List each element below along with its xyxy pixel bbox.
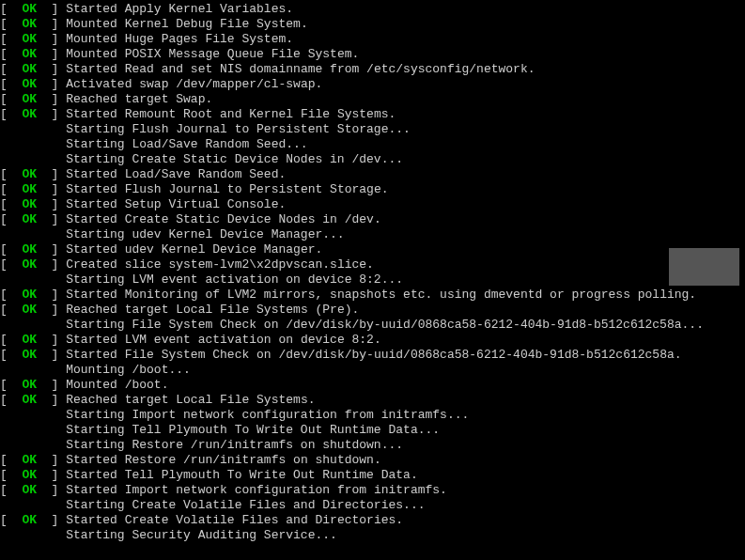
- boot-message: Starting Tell Plymouth To Write Out Runt…: [66, 423, 440, 438]
- bracket-open: [: [0, 77, 22, 92]
- bracket-open: [: [0, 32, 22, 47]
- boot-line: [ OK ] Started File System Check on /dev…: [0, 348, 745, 363]
- bracket-open: [: [0, 257, 22, 272]
- boot-message: Starting Create Static Device Nodes in /…: [66, 152, 403, 167]
- bracket-close: ]: [37, 468, 66, 483]
- status-ok: OK: [22, 483, 37, 498]
- status-ok: OK: [22, 242, 37, 257]
- bracket-open: [: [0, 197, 22, 212]
- boot-message: Started Create Static Device Nodes in /d…: [66, 212, 380, 227]
- boot-message: Mounted Kernel Debug File System.: [66, 17, 307, 32]
- boot-message: Activated swap /dev/mapper/cl-swap.: [66, 77, 322, 92]
- bracket-close: ]: [37, 62, 66, 77]
- indent: [0, 528, 66, 543]
- bracket-close: ]: [37, 303, 66, 318]
- bracket-close: ]: [37, 257, 66, 272]
- indent: [0, 423, 66, 438]
- status-ok: OK: [22, 378, 37, 393]
- bracket-close: ]: [37, 107, 66, 122]
- boot-message: Starting Load/Save Random Seed...: [66, 137, 307, 152]
- indent: [0, 438, 66, 453]
- boot-message: Started Flush Journal to Persistent Stor…: [66, 182, 388, 197]
- boot-line: [ OK ] Started Restore /run/initramfs on…: [0, 453, 745, 468]
- boot-line: Starting LVM event activation on device …: [0, 272, 745, 288]
- indent: [0, 272, 66, 288]
- boot-message: Started Load/Save Random Seed.: [66, 167, 286, 182]
- boot-message: Started Import network configuration fro…: [66, 483, 447, 498]
- status-ok: OK: [22, 107, 37, 122]
- boot-line: [ OK ] Reached target Local File Systems…: [0, 393, 745, 408]
- boot-line: [ OK ] Started LVM event activation on d…: [0, 333, 745, 348]
- boot-message: Mounted /boot.: [66, 378, 168, 393]
- boot-line: [ OK ] Started Tell Plymouth To Write Ou…: [0, 468, 745, 483]
- status-ok: OK: [22, 303, 37, 318]
- bracket-open: [: [0, 288, 22, 303]
- boot-line: [ OK ] Mounted Kernel Debug File System.: [0, 17, 745, 32]
- bracket-open: [: [0, 513, 22, 528]
- bracket-open: [: [0, 167, 22, 182]
- bracket-close: ]: [37, 17, 66, 32]
- status-ok: OK: [22, 182, 37, 197]
- status-ok: OK: [22, 513, 37, 528]
- boot-message: Started Read and set NIS domainname from…: [66, 62, 535, 77]
- bracket-close: ]: [37, 77, 66, 92]
- bracket-close: ]: [37, 378, 66, 393]
- boot-message: Started File System Check on /dev/disk/b…: [66, 348, 681, 363]
- boot-line: Starting Tell Plymouth To Write Out Runt…: [0, 423, 745, 438]
- boot-line: [ OK ] Started Setup Virtual Console.: [0, 197, 745, 212]
- boot-line: [ OK ] Started Create Static Device Node…: [0, 212, 745, 227]
- bracket-close: ]: [37, 483, 66, 498]
- bracket-open: [: [0, 212, 22, 227]
- boot-line: [ OK ] Started Remount Root and Kernel F…: [0, 107, 745, 122]
- boot-message: Mounted Huge Pages File System.: [66, 32, 293, 47]
- boot-message: Starting Create Volatile Files and Direc…: [66, 498, 425, 513]
- bracket-open: [: [0, 2, 22, 17]
- bracket-close: ]: [37, 32, 66, 47]
- boot-line: Starting Create Static Device Nodes in /…: [0, 152, 745, 167]
- bracket-open: [: [0, 378, 22, 393]
- boot-message: Starting LVM event activation on device …: [66, 272, 403, 288]
- status-ok: OK: [22, 288, 37, 303]
- boot-line: [ OK ] Reached target Local File Systems…: [0, 303, 745, 318]
- boot-line: Starting Security Auditing Service...: [0, 528, 745, 543]
- indent: [0, 363, 66, 378]
- bracket-close: ]: [37, 182, 66, 197]
- boot-message: Started LVM event activation on device 8…: [66, 333, 380, 348]
- status-ok: OK: [22, 32, 37, 47]
- bracket-close: ]: [37, 212, 66, 227]
- boot-line: [ OK ] Mounted POSIX Message Queue File …: [0, 47, 745, 62]
- status-ok: OK: [22, 17, 37, 32]
- scrollbar-thumb[interactable]: [669, 248, 739, 286]
- boot-message: Started Monitoring of LVM2 mirrors, snap…: [66, 288, 696, 303]
- status-ok: OK: [22, 393, 37, 408]
- status-ok: OK: [22, 197, 37, 212]
- status-ok: OK: [22, 348, 37, 363]
- status-ok: OK: [22, 333, 37, 348]
- boot-line: Starting Import network configuration fr…: [0, 408, 745, 423]
- boot-line: Starting Load/Save Random Seed...: [0, 137, 745, 152]
- boot-message: Starting File System Check on /dev/disk/…: [66, 318, 704, 333]
- boot-message: Starting Restore /run/initramfs on shutd…: [66, 438, 403, 453]
- boot-message: Started Apply Kernel Variables.: [66, 2, 293, 17]
- indent: [0, 498, 66, 513]
- boot-message: Started Setup Virtual Console.: [66, 197, 286, 212]
- indent: [0, 122, 66, 137]
- status-ok: OK: [22, 453, 37, 468]
- bracket-open: [: [0, 17, 22, 32]
- bracket-open: [: [0, 348, 22, 363]
- bracket-open: [: [0, 47, 22, 62]
- bracket-close: ]: [37, 393, 66, 408]
- bracket-close: ]: [37, 453, 66, 468]
- boot-line: Starting Create Volatile Files and Direc…: [0, 498, 745, 513]
- boot-line: [ OK ] Started Create Volatile Files and…: [0, 513, 745, 528]
- boot-message: Starting Import network configuration fr…: [66, 408, 469, 423]
- boot-line: Starting Flush Journal to Persistent Sto…: [0, 122, 745, 137]
- status-ok: OK: [22, 92, 37, 107]
- boot-message: Started Create Volatile Files and Direct…: [66, 513, 403, 528]
- indent: [0, 137, 66, 152]
- status-ok: OK: [22, 212, 37, 227]
- bracket-open: [: [0, 242, 22, 257]
- boot-line: [ OK ] Started udev Kernel Device Manage…: [0, 242, 745, 257]
- status-ok: OK: [22, 47, 37, 62]
- bracket-close: ]: [37, 47, 66, 62]
